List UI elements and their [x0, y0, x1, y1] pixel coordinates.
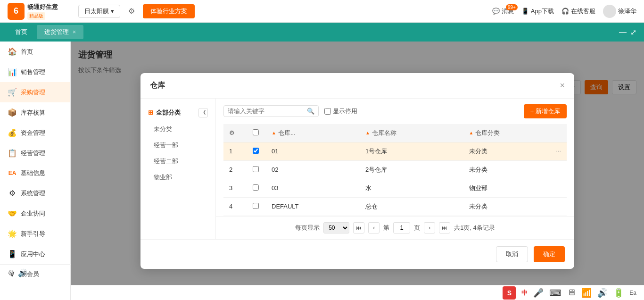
tab-home[interactable]: 首页 — [8, 25, 35, 39]
tab-close-purchase[interactable]: × — [73, 28, 76, 35]
table-row[interactable]: 4 DEFAULT 总仓 未分类 — [223, 197, 567, 216]
online-service-item[interactable]: 🎧 在线客服 — [561, 7, 595, 16]
second-nav: 首页 进货管理 × — ⤢ — [0, 23, 644, 42]
sidebar-item-inventory[interactable]: 📦 库存核算 — [0, 102, 70, 123]
user-avatar[interactable]: 徐泽华 — [603, 5, 636, 18]
bottom-bar: S 中 🎤 ⌨ 🖥 📶 🔊 🔋 Ea — [71, 285, 644, 300]
sidebar-bottom-icon1[interactable]: ⚙ — [8, 268, 14, 277]
row-checkbox[interactable] — [253, 148, 259, 154]
show-disabled-label: 显示停用 — [333, 107, 357, 116]
sidebar-item-enterprise[interactable]: 🤝 企业协同 — [0, 203, 70, 224]
logo-area: 6 畅通好生意 精品版 — [8, 3, 78, 20]
nav-minus-icon[interactable]: — — [619, 28, 627, 37]
tab-purchase[interactable]: 进货管理 × — [37, 25, 83, 39]
app-download-item[interactable]: 📱 App下载 — [521, 7, 554, 16]
category-item-dept1[interactable]: 经营一部 — [140, 137, 215, 153]
finance-icon: 💰 — [8, 128, 17, 137]
sidebar-item-basic-info[interactable]: EA 基础信息 — [0, 163, 70, 183]
sidebar-item-guide[interactable]: 🌟 新手引导 — [0, 224, 70, 244]
system-icon: ⚙ — [8, 189, 17, 198]
cancel-button[interactable]: 取消 — [496, 246, 528, 262]
search-input[interactable] — [228, 108, 307, 115]
main-layout: 🏠 首页 📊 销售管理 🛒 采购管理 📦 库存核算 💰 资金管理 📋 经营管理 … — [0, 42, 644, 300]
page-prev-button[interactable]: ‹ — [368, 222, 380, 233]
table-row[interactable]: 1 01 1号仓库 未分类 ··· — [223, 142, 567, 160]
avatar — [603, 5, 616, 18]
sidebar-item-app[interactable]: 📱 应用中心 — [0, 244, 70, 264]
th-checkbox — [247, 124, 266, 142]
th-name: ▲ 仓库名称 — [360, 124, 463, 142]
message-item[interactable]: 💬 消息 99+ — [492, 7, 514, 16]
confirm-button[interactable]: 确定 — [534, 246, 565, 262]
trial-button[interactable]: 体验行业方案 — [143, 4, 195, 18]
microphone-icon[interactable]: 🎤 — [533, 288, 544, 298]
enterprise-icon: 🤝 — [8, 209, 17, 218]
total-info: 共1页, 4条记录 — [454, 224, 495, 232]
modal-footer: 取消 确定 — [140, 239, 574, 269]
sidebar-bottom-icon2[interactable]: 🔊 — [18, 268, 27, 277]
purchase-icon: 🛒 — [8, 88, 17, 97]
store-select[interactable]: 日太阳膜 ▾ — [78, 5, 120, 18]
chinese-input-icon[interactable]: 中 — [521, 289, 528, 297]
modal-toolbar: 🔍 显示停用 + 新增仓库 — [216, 99, 574, 124]
row-checkbox[interactable] — [253, 203, 259, 209]
add-warehouse-button[interactable]: + 新增仓库 — [524, 104, 567, 118]
basic-info-icon: EA — [8, 170, 17, 176]
th-settings: ⚙ — [223, 124, 247, 142]
nav-expand-icon[interactable]: ⤢ — [630, 28, 636, 37]
operation-icon: 📋 — [8, 149, 17, 158]
header-right: 💬 消息 99+ 📱 App下载 🎧 在线客服 徐泽华 — [492, 5, 636, 18]
keyboard-icon[interactable]: ⌨ — [549, 288, 561, 298]
logo-text: 畅通好生意 精品版 — [27, 3, 58, 20]
sales-icon: 📊 — [8, 67, 17, 76]
ea-label: Ea — [629, 290, 636, 296]
modal-title: 仓库 — [150, 81, 165, 91]
settings-button[interactable]: ⚙ — [124, 4, 139, 19]
sidebar-item-operation[interactable]: 📋 经营管理 — [0, 143, 70, 163]
category-item-unclassified[interactable]: 未分类 — [140, 121, 215, 137]
logo-icon: 6 — [8, 3, 25, 20]
modal-body: ⊞ 全部分类 《 未分类 经营一部 经营二部 物业部 — [140, 99, 574, 239]
th-category: ▲ 仓库分类 — [463, 124, 567, 142]
modal-overlay: 仓库 × ⊞ 全部分类 《 未分类 — [71, 42, 644, 300]
main-content: 进货管理 按以下条件筛选 印 ▼ 导出 刷新 查询 设置 仓库 × — [71, 42, 644, 300]
page-number-input[interactable] — [393, 222, 410, 233]
table-row[interactable]: 2 02 2号仓库 未分类 — [223, 160, 567, 179]
search-icon[interactable]: 🔍 — [307, 108, 314, 115]
modal-category-panel: ⊞ 全部分类 《 未分类 经营一部 经营二部 物业部 — [140, 99, 216, 239]
th-name-sort-icon: ▲ — [365, 130, 370, 135]
row-checkbox[interactable] — [253, 184, 259, 191]
sidebar-item-purchase[interactable]: 🛒 采购管理 — [0, 82, 70, 102]
inventory-icon: 📦 — [8, 108, 17, 117]
th-category-sort-icon: ▲ — [469, 130, 474, 135]
shuang-logo: S — [503, 286, 516, 300]
page-first-button[interactable]: ⏮ — [353, 222, 364, 233]
collapse-panel-button[interactable]: 《 — [198, 108, 208, 117]
sidebar-item-system[interactable]: ⚙ 系统管理 — [0, 183, 70, 203]
sidebar-item-finance[interactable]: 💰 资金管理 — [0, 123, 70, 143]
th-code-sort-icon: ▲ — [272, 130, 276, 135]
sidebar-item-home[interactable]: 🏠 首页 — [0, 42, 70, 62]
show-disabled-checkbox[interactable] — [324, 108, 331, 115]
category-header[interactable]: ⊞ 全部分类 《 — [140, 104, 215, 121]
per-page-select[interactable]: 50 20 100 — [323, 222, 349, 233]
warehouse-table: ⚙ ▲ 仓库... — [216, 124, 574, 216]
row-checkbox[interactable] — [253, 166, 259, 172]
top-header: 6 畅通好生意 精品版 日太阳膜 ▾ ⚙ 体验行业方案 💬 消息 99+ 📱 A… — [0, 0, 644, 23]
header-nav: 日太阳膜 ▾ ⚙ 体验行业方案 — [78, 4, 492, 19]
category-item-dept2[interactable]: 经营二部 — [140, 153, 215, 169]
show-disabled-wrap: 显示停用 — [324, 107, 357, 116]
row-action-icon[interactable]: ··· — [556, 147, 561, 154]
sidebar-item-sales[interactable]: 📊 销售管理 — [0, 62, 70, 82]
modal-close-button[interactable]: × — [560, 81, 565, 91]
category-item-property[interactable]: 物业部 — [140, 169, 215, 185]
pagination: 每页显示 50 20 100 ⏮ ‹ 第 页 › — [216, 216, 574, 239]
speaker-icon[interactable]: 🔊 — [597, 288, 608, 298]
select-all-checkbox[interactable] — [253, 129, 259, 135]
monitor-icon[interactable]: 🖥 — [567, 288, 576, 298]
battery-icon: 🔋 — [613, 288, 624, 298]
table-row[interactable]: 3 03 水 物业部 — [223, 179, 567, 197]
page-last-button[interactable]: ⏭ — [439, 222, 450, 233]
page-next-button[interactable]: › — [424, 222, 435, 233]
all-categories-label: 全部分类 — [156, 108, 181, 117]
